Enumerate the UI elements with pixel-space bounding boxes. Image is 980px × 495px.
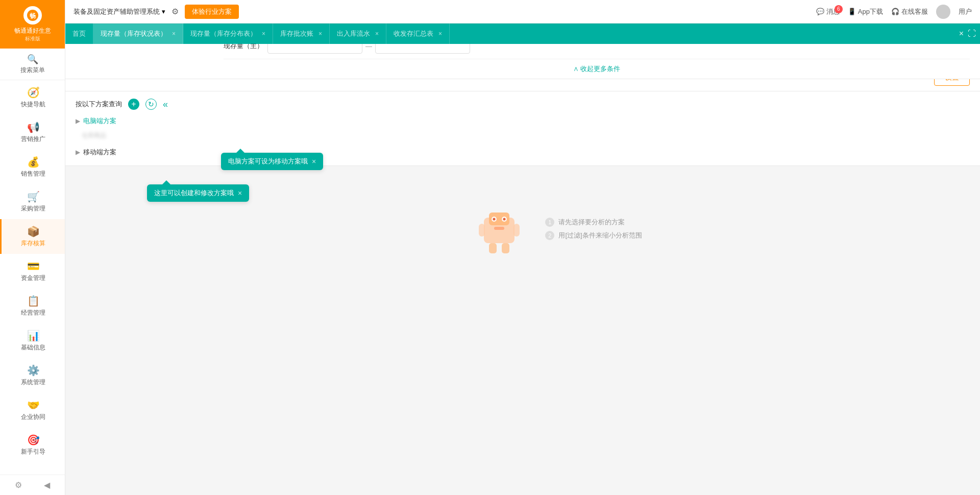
collapse-sidebar-btn[interactable]: ◀ — [44, 480, 50, 490]
quick-nav-label: 快捷导航 — [21, 100, 45, 109]
logo-icon: 畅 — [23, 6, 42, 25]
tab-inventory-status-close[interactable]: × — [172, 30, 176, 37]
tab-batch-account[interactable]: 库存批次账 × — [273, 23, 330, 44]
tab-close-all-btn[interactable]: × — [959, 29, 964, 38]
finance-icon: 💳 — [27, 260, 40, 272]
svg-rect-11 — [489, 243, 497, 253]
search-icon: 🔍 — [27, 54, 38, 65]
qty-main-field: — — [267, 44, 470, 54]
messages-btn[interactable]: 💬 消息 6 — [816, 7, 840, 16]
message-icon: 💬 — [816, 8, 824, 15]
svg-rect-12 — [502, 243, 509, 253]
empty-tip-2: 2 用[过滤]条件来缩小分析范围 — [545, 231, 642, 240]
tooltip1-arrow — [236, 149, 244, 153]
enterprise-label: 企业协同 — [21, 413, 45, 421]
marketing-icon: 📢 — [27, 121, 40, 133]
collapse-btn[interactable]: ∧ 收起更多条件 — [224, 59, 970, 79]
sidebar-item-sales[interactable]: 💰 销售管理 — [0, 150, 65, 184]
collapse-label: 收起更多条件 — [580, 65, 620, 73]
sidebar-bottom: ⚙ ◀ — [0, 475, 65, 495]
guide-icon: 🎯 — [27, 434, 40, 446]
sidebar-search[interactable]: 🔍 搜索菜单 — [0, 49, 65, 80]
tooltip1-text: 电脑方案可设为移动方案哦 — [228, 157, 308, 166]
tab-inventory-dist-close[interactable]: × — [262, 30, 265, 37]
svg-text:畅: 畅 — [30, 12, 36, 19]
sidebar-nav: 🧭 快捷导航 📢 营销推广 💰 销售管理 🛒 采购管理 📦 库存核算 💳 资金管… — [0, 80, 65, 475]
sidebar-item-basic-info[interactable]: 📊 基础信息 — [0, 323, 65, 358]
purchase-label: 采购管理 — [21, 204, 45, 213]
tab-home[interactable]: 首页 — [65, 23, 93, 44]
tab-home-label: 首页 — [72, 29, 86, 38]
empty-tip-1: 1 请先选择要分析的方案 — [545, 218, 642, 227]
tab-receive-summary[interactable]: 收发存汇总表 × — [386, 23, 450, 44]
mobile-scheme-label: 移动端方案 — [83, 148, 116, 157]
tooltip2-close[interactable]: × — [238, 189, 242, 197]
tab-receive-summary-label: 收发存汇总表 — [394, 29, 433, 38]
system-label: 系统管理 — [21, 378, 45, 387]
empty-state: 1 请先选择要分析的方案 2 用[过滤]条件来缩小分析范围 — [131, 197, 980, 260]
dropdown-arrow-icon: ▾ — [162, 8, 165, 15]
sidebar-item-inventory[interactable]: 📦 库存核算 — [0, 219, 65, 254]
qty-max-input[interactable] — [375, 44, 470, 54]
marketing-label: 营销推广 — [21, 135, 45, 144]
tab-bar: 首页 现存量（库存状况表） × 现存量（库存分布表） × 库存批次账 × 出入库… — [65, 23, 980, 44]
qty-min-input[interactable] — [267, 44, 362, 54]
system-icon: ⚙️ — [27, 364, 40, 376]
phone-icon: 📱 — [848, 8, 856, 15]
sidebar-item-operations[interactable]: 📋 经营管理 — [0, 289, 65, 323]
enterprise-icon: 🤝 — [27, 399, 40, 411]
app-download-btn[interactable]: 📱 App下载 — [848, 7, 883, 16]
svg-point-6 — [493, 218, 496, 221]
sidebar-item-quick-nav[interactable]: 🧭 快捷导航 — [0, 80, 65, 115]
header-left: 装备及固定资产辅助管理系统 ▾ ⚙ 体验行业方案 — [74, 5, 239, 19]
sidebar-item-marketing[interactable]: 📢 营销推广 — [0, 115, 65, 150]
qty-dash: — — [365, 44, 372, 50]
tooltip1-close[interactable]: × — [312, 157, 316, 166]
support-btn[interactable]: 🎧 在线客服 — [891, 7, 928, 16]
guide-label: 新手引导 — [21, 447, 45, 456]
field-qty-main: 现存量（主） — — [224, 44, 470, 54]
quick-nav-icon: 🧭 — [27, 86, 40, 99]
sidebar-logo[interactable]: 畅 畅通通好生意 标准版 — [0, 0, 65, 49]
sidebar-item-guide[interactable]: 🎯 新手引导 — [0, 428, 65, 462]
back-arrow-btn[interactable]: « — [163, 99, 168, 110]
sales-icon: 💰 — [27, 156, 40, 168]
mobile-toggle-icon: ▶ — [76, 149, 80, 156]
tab-inventory-dist[interactable]: 现存量（库存分布表） × — [183, 23, 273, 44]
tab-expand-btn[interactable]: ⛶ — [968, 29, 976, 38]
scheme-tree: ▶ 电脑端方案 这里可以创建和修改方案哦 × 仓库商品 ▶ 移动端方案 — [76, 115, 970, 158]
add-scheme-btn[interactable]: + — [128, 99, 139, 110]
tab-inout-flow[interactable]: 出入库流水 × — [330, 23, 386, 44]
scheme-pc[interactable]: ▶ 电脑端方案 — [76, 115, 970, 127]
tab-inout-flow-close[interactable]: × — [375, 30, 379, 37]
operations-label: 经营管理 — [21, 309, 45, 317]
sidebar-item-purchase[interactable]: 🛒 采购管理 — [0, 184, 65, 219]
inventory-label: 库存核算 — [21, 239, 45, 248]
settings-bottom-btn[interactable]: ⚙ — [15, 480, 22, 490]
header: 装备及固定资产辅助管理系统 ▾ ⚙ 体验行业方案 💬 消息 6 📱 App下载 … — [65, 0, 980, 23]
app-label: App下载 — [858, 7, 883, 16]
settings-icon[interactable]: ⚙ — [172, 7, 179, 16]
sidebar-item-system[interactable]: ⚙️ 系统管理 — [0, 358, 65, 393]
trial-button[interactable]: 体验行业方案 — [185, 5, 239, 19]
avatar — [936, 5, 950, 19]
refresh-scheme-btn[interactable]: ↻ — [145, 99, 157, 110]
logo-sub-text: 标准版 — [25, 35, 40, 42]
tooltip2-arrow — [162, 180, 170, 184]
username[interactable]: 用户 — [959, 7, 972, 16]
scheme-mobile[interactable]: ▶ 移动端方案 — [76, 146, 970, 158]
finance-label: 资金管理 — [21, 274, 45, 282]
sidebar-item-finance[interactable]: 💳 资金管理 — [0, 254, 65, 289]
svg-point-7 — [503, 218, 506, 221]
filter-row-1: 按以下方案查询 + ↻ « 电脑方案可设为移动方案哦 × — [76, 99, 970, 110]
operations-icon: 📋 — [27, 295, 40, 307]
tab-inventory-status[interactable]: 现存量（库存状况表） × — [93, 23, 183, 44]
qty-main-label: 现存量（主） — [224, 44, 263, 51]
tab-inout-flow-label: 出入库流水 — [337, 29, 370, 38]
tab-batch-account-close[interactable]: × — [318, 30, 322, 37]
sidebar-item-enterprise[interactable]: 🤝 企业协同 — [0, 393, 65, 428]
system-dropdown[interactable]: 装备及固定资产辅助管理系统 ▾ — [74, 7, 165, 16]
tab-receive-summary-close[interactable]: × — [438, 30, 442, 37]
empty-tips: 1 请先选择要分析的方案 2 用[过滤]条件来缩小分析范围 — [545, 218, 642, 240]
empty-illustration — [469, 197, 530, 260]
